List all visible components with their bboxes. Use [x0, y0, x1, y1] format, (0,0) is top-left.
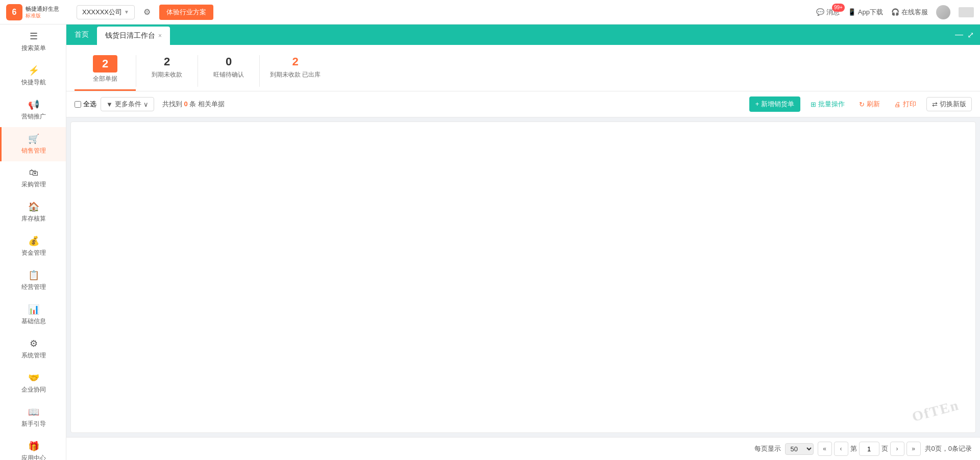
print-icon: 🖨 — [894, 101, 901, 108]
sidebar-item-inventory[interactable]: 🏠 库存核算 — [0, 195, 66, 229]
logo-text: 畅捷通好生意 标准版 — [26, 5, 59, 19]
funds-icon: 💰 — [28, 235, 39, 247]
operations-icon: 📋 — [28, 270, 39, 281]
chevron-down-icon: ∨ — [143, 101, 149, 108]
settings-button[interactable]: ⚙ — [139, 4, 155, 20]
layout: ☰ 搜索菜单 ⚡ 快捷导航 📢 营销推广 🛒 销售管理 🛍 采购管理 🏠 库存核… — [0, 25, 980, 460]
enterprise-icon: 🤝 — [28, 372, 39, 383]
sidebar: ☰ 搜索菜单 ⚡ 快捷导航 📢 营销推广 🛒 销售管理 🛍 采购管理 🏠 库存核… — [0, 25, 66, 460]
per-page-select[interactable]: 50 100 200 — [785, 443, 814, 455]
batch-operation-button[interactable]: ⊞ 批量操作 — [806, 98, 849, 111]
select-all-label: 全选 — [83, 100, 96, 109]
tab-close-icon[interactable]: × — [158, 32, 162, 39]
company-selector[interactable]: XXXXXX公司 ▼ — [77, 5, 135, 19]
logo-icon: 6 — [6, 4, 22, 20]
app-download-icon: 📱 — [848, 8, 856, 16]
search-menu-icon: ☰ — [30, 31, 38, 42]
sidebar-item-label: 企业协同 — [21, 385, 46, 394]
table-area — [70, 122, 976, 433]
purchase-icon: 🛍 — [29, 167, 38, 178]
tab-bar-actions: — ⤢ — [955, 30, 980, 40]
try-industry-button[interactable]: 体验行业方案 — [159, 5, 213, 20]
sidebar-item-label: 系统管理 — [21, 351, 46, 360]
sidebar-item-purchase[interactable]: 🛍 采购管理 — [0, 161, 66, 195]
select-all-checkbox[interactable]: 全选 — [75, 100, 96, 109]
guide-icon: 📖 — [28, 406, 39, 418]
minimize-button[interactable]: — — [955, 30, 963, 39]
switch-icon: ⇄ — [932, 101, 938, 108]
tab-bar: 首页 钱货日清工作台 × — ⤢ — [66, 25, 980, 45]
app-download-button[interactable]: 📱 App下载 — [848, 8, 883, 17]
footer: 每页显示 50 100 200 « ‹ 第 页 › » 共0页，0条记录 — [66, 437, 980, 460]
stat-number-overdue-shipped: 2 — [283, 55, 308, 68]
marketing-icon: 📢 — [28, 99, 39, 110]
stat-label-overdue-shipped: 到期未收款 已出库 — [270, 70, 321, 79]
per-page-label: 每页显示 — [754, 444, 781, 453]
sidebar-item-label: 销售管理 — [21, 147, 46, 155]
stat-tab-wangpu[interactable]: 0 旺铺待确认 — [198, 51, 259, 91]
stat-number-all: 2 — [93, 55, 117, 72]
tab-home[interactable]: 首页 — [66, 25, 97, 45]
sidebar-item-sales[interactable]: 🛒 销售管理 — [0, 127, 66, 161]
sidebar-item-label: 采购管理 — [21, 180, 46, 189]
avatar[interactable] — [936, 5, 950, 19]
message-icon: 💬 — [816, 8, 824, 16]
stat-number-overdue: 2 — [155, 55, 179, 68]
sidebar-item-basic-info[interactable]: 📊 基础信息 — [0, 298, 66, 332]
switch-version-button[interactable]: ⇄ 切换新版 — [926, 97, 972, 111]
sidebar-item-marketing[interactable]: 📢 营销推广 — [0, 93, 66, 127]
stat-tab-overdue[interactable]: 2 到期未收款 — [136, 51, 198, 91]
last-page-button[interactable]: » — [906, 442, 921, 456]
sidebar-item-quick-nav[interactable]: ⚡ 快捷导航 — [0, 59, 66, 93]
stat-label-overdue: 到期未收款 — [152, 70, 182, 79]
next-page-button[interactable]: › — [890, 442, 904, 456]
toolbar-right: + 新增销货单 ⊞ 批量操作 ↻ 刷新 🖨 打印 ⇄ — [749, 96, 972, 112]
sidebar-item-guide[interactable]: 📖 新手引导 — [0, 400, 66, 434]
filter-button[interactable]: ▼ 更多条件 ∨ — [101, 97, 154, 111]
stat-label-wangpu: 旺铺待确认 — [213, 70, 244, 79]
tab-workbench[interactable]: 钱货日清工作台 × — [97, 27, 170, 45]
sidebar-item-label: 快捷导航 — [21, 78, 46, 87]
result-count: 0 — [184, 100, 188, 108]
sidebar-item-label: 搜索菜单 — [21, 44, 46, 53]
page-label: 第 — [850, 444, 857, 453]
maximize-button[interactable]: ⤢ — [967, 30, 974, 40]
first-page-button[interactable]: « — [818, 442, 832, 456]
logo-area: 6 畅捷通好生意 标准版 — [6, 4, 72, 20]
page-area: 2 全部单据 2 到期未收款 0 旺铺待确认 2 到期未收款 已出库 — [66, 45, 980, 460]
sidebar-item-enterprise[interactable]: 🤝 企业协同 — [0, 366, 66, 400]
sidebar-item-search[interactable]: ☰ 搜索菜单 — [0, 25, 66, 59]
print-button[interactable]: 🖨 打印 — [890, 98, 920, 111]
sidebar-item-label: 营销推广 — [21, 112, 46, 121]
headset-icon: 🎧 — [891, 8, 899, 16]
toolbar: 全选 ▼ 更多条件 ∨ 共找到 0 条 相关单据 + 新增销货单 ⊞ — [66, 91, 980, 117]
select-all-input[interactable] — [75, 101, 81, 108]
sidebar-item-label: 新手引导 — [21, 420, 46, 428]
pagination: « ‹ 第 页 › » — [818, 442, 921, 456]
sidebar-item-label: 基础信息 — [21, 317, 46, 326]
sales-icon: 🛒 — [28, 133, 39, 144]
message-button[interactable]: 💬 消息 99+ — [816, 8, 840, 17]
sidebar-item-operations[interactable]: 📋 经营管理 — [0, 263, 66, 298]
sidebar-item-system[interactable]: ⚙ 系统管理 — [0, 332, 66, 366]
sidebar-item-funds[interactable]: 💰 资金管理 — [0, 229, 66, 263]
main-content: 首页 钱货日清工作台 × — ⤢ 2 全部单据 2 — [66, 25, 980, 460]
stat-tab-overdue-shipped[interactable]: 2 到期未收款 已出库 — [260, 51, 331, 91]
add-sales-order-button[interactable]: + 新增销货单 — [749, 96, 800, 112]
stat-label-all: 全部单据 — [93, 75, 117, 83]
page-suffix: 页 — [881, 444, 888, 453]
sidebar-item-label: 库存核算 — [21, 214, 46, 223]
sidebar-item-label: 资金管理 — [21, 249, 46, 257]
app-center-icon: 🎁 — [28, 441, 39, 452]
chevron-down-icon: ▼ — [124, 9, 129, 15]
sidebar-item-app-center[interactable]: 🎁 应用中心 — [0, 434, 66, 460]
sidebar-item-label: 经营管理 — [21, 283, 46, 292]
top-nav: 6 畅捷通好生意 标准版 XXXXXX公司 ▼ ⚙ 体验行业方案 💬 消息 99… — [0, 0, 980, 25]
inventory-icon: 🏠 — [28, 201, 39, 212]
refresh-button[interactable]: ↻ 刷新 — [855, 98, 884, 111]
prev-page-button[interactable]: ‹ — [834, 442, 848, 456]
page-number-input[interactable] — [859, 442, 879, 456]
stat-tab-all[interactable]: 2 全部单据 — [75, 51, 136, 91]
company-name: XXXXXX公司 — [82, 8, 122, 17]
online-service-button[interactable]: 🎧 在线客服 — [891, 8, 928, 17]
